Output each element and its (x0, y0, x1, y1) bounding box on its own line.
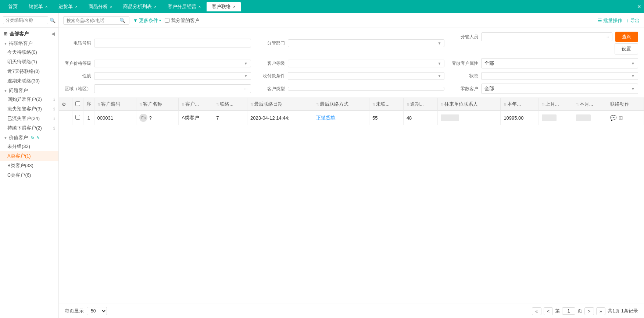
th-this-month[interactable]: ⇅本月... (573, 98, 607, 111)
page-num-input[interactable] (562, 307, 575, 315)
filter-select-status[interactable]: ▼ (481, 72, 638, 80)
filter-select-dept[interactable]: ▼ (288, 39, 445, 47)
sidebar-item-ungrouped[interactable]: 未分组(32) (0, 142, 58, 151)
sidebar-item-overdue[interactable]: 逾期未联络(30) (0, 76, 58, 86)
filter-input-phone[interactable] (94, 39, 251, 47)
tab-customer-contact[interactable]: 客户联络 × (207, 2, 240, 11)
filter-select-customer-level[interactable]: ▼ (288, 60, 445, 67)
tab-product-analysis[interactable]: 商品分析 × (83, 2, 117, 11)
sidebar-item-7days[interactable]: 近7天待联络(0) (0, 67, 58, 76)
th-last-month[interactable]: ⇅上月... (539, 98, 573, 111)
tab-purchase[interactable]: 进货单 × (53, 2, 82, 11)
sidebar-search-icon[interactable]: 🔍 (50, 18, 56, 23)
filter-select-region[interactable]: ··· (94, 84, 251, 93)
export-btn[interactable]: ↑ 导出 (627, 17, 640, 24)
sidebar-item-a-class-label: A类客户(1) (7, 153, 31, 159)
last-method-link[interactable]: 下销货单 (316, 115, 335, 120)
tab-home[interactable]: 首页 (3, 2, 23, 11)
filter-label-retail-attr: 零散客户属性 (452, 60, 478, 67)
qr-icon[interactable]: ⊞ (619, 115, 623, 121)
sidebar-item-repurchase[interactable]: 回购异常客户(2) ℹ (0, 95, 58, 104)
this-month-placeholder (576, 114, 591, 121)
th-this-year[interactable]: ⇅本年... (501, 98, 539, 111)
tab-customer-layer-label: 客户分层经营 (168, 3, 196, 10)
next-page-btn[interactable]: > (584, 307, 594, 315)
filter-select-manager[interactable]: ··· (481, 32, 612, 41)
filter-toolbar: 🔍 ▼ 更多条件 ▾ 我分管的客户 ☰ 批量操作 ↑ 导出 (59, 13, 644, 28)
my-customers-filter[interactable]: 我分管的客户 (165, 17, 200, 24)
first-page-btn[interactable]: « (532, 307, 541, 315)
settings-icon[interactable]: ⚙ (62, 102, 66, 107)
tab-customer-layer[interactable]: 客户分层经营 × (162, 2, 206, 11)
tab-customer-layer-close[interactable]: × (198, 4, 201, 9)
sidebar-item-repurchase-label: 回购异常客户(2) (7, 96, 42, 103)
sidebar-item-tomorrow[interactable]: 明天待联络(1) (0, 57, 58, 67)
sidebar-collapse-icon[interactable]: ◀ (51, 31, 55, 36)
filter-row-price-level: 客户价格等级 ▼ (65, 58, 251, 68)
region-dots: ··· (244, 86, 248, 91)
sidebar-item-today-label: 今天待联络(0) (7, 49, 37, 56)
info-icon-churn: ℹ (53, 107, 55, 112)
td-checkbox (72, 111, 83, 125)
refresh-icon[interactable]: ↻ (31, 135, 34, 140)
th-last-method[interactable]: ⇅最后联络方式 (313, 98, 369, 111)
search-icon[interactable]: 🔍 (119, 18, 125, 23)
customer-name-text[interactable]: ? (149, 115, 151, 121)
sidebar-item-c-class[interactable]: C类客户(6) (0, 170, 58, 180)
tab-sales[interactable]: 销货单 × (24, 2, 53, 11)
row-checkbox[interactable] (75, 115, 80, 120)
close-all-tabs[interactable]: × (637, 3, 641, 11)
prev-page-btn[interactable]: < (544, 307, 553, 315)
chat-icon[interactable]: 💬 (610, 115, 616, 121)
sidebar-search-input[interactable] (3, 16, 48, 24)
tab-purchase-close[interactable]: × (75, 4, 77, 9)
tab-customer-contact-close[interactable]: × (233, 4, 235, 9)
th-contact-count[interactable]: ⇅联络... (213, 98, 247, 111)
filter-select-payment[interactable]: ▼ (288, 72, 445, 80)
filter-label-nature: 性质 (65, 73, 91, 79)
sidebar-item-today[interactable]: 今天待联络(0) (0, 47, 58, 57)
tab-product-list[interactable]: 商品分析列表 × (118, 2, 161, 11)
sidebar-item-churned[interactable]: 已流失客户(24) ℹ (0, 114, 58, 123)
page-size-select[interactable]: 50 10 20 100 (87, 307, 107, 315)
select-all-checkbox[interactable] (75, 101, 80, 106)
td-this-month (573, 111, 607, 125)
my-customers-checkbox[interactable] (165, 18, 169, 23)
tab-sales-close[interactable]: × (45, 4, 47, 9)
tab-sales-label: 销货单 (29, 3, 43, 10)
filter-select-customer-type[interactable] (288, 87, 445, 91)
sidebar-item-a-class[interactable]: A类客户(1) (0, 151, 58, 161)
filter-select-price-level[interactable]: ▼ (94, 60, 251, 67)
sidebar-item-b-class[interactable]: B类客户(33) (0, 161, 58, 170)
tab-product-list-close[interactable]: × (154, 4, 156, 9)
group-problem-label: 问题客户 (9, 87, 28, 94)
info-icon-churned: ℹ (53, 116, 55, 121)
th-no-contact[interactable]: ⇅未联... (369, 98, 404, 111)
filter-select-nature[interactable]: ▼ (94, 72, 251, 80)
filter-toolbar-right: ☰ 批量操作 ↑ 导出 (598, 17, 640, 24)
th-type[interactable]: ⇅客户... (179, 98, 213, 111)
export-icon: ↑ (627, 18, 629, 23)
tab-purchase-label: 进货单 (58, 3, 73, 10)
filter-row-retail: 零散客户 全部 ▼ (452, 84, 638, 94)
batch-op-btn[interactable]: ☰ 批量操作 (598, 17, 622, 24)
search-input[interactable] (67, 18, 118, 23)
th-code[interactable]: ⇅客户编码 (94, 98, 136, 111)
settings-button[interactable]: 设置 (615, 43, 638, 54)
tab-product-analysis-close[interactable]: × (110, 4, 112, 9)
query-button[interactable]: 查询 (615, 32, 638, 42)
filter-select-retail-attr[interactable]: 全部 ▼ (481, 58, 638, 68)
sidebar-item-churn-warning[interactable]: 流失预警客户(3) ℹ (0, 104, 58, 114)
group-value-arrow: ▼ (4, 136, 7, 140)
th-overdue[interactable]: ⇅逾期... (403, 98, 437, 111)
nature-caret: ▼ (244, 74, 248, 78)
th-name[interactable]: ⇅客户名称 (136, 98, 179, 111)
page-nav: « < 第 页 > » 共1页 1条记录 (532, 307, 638, 315)
th-contact-person[interactable]: ⇅往来单位联系人 (437, 98, 501, 111)
edit-icon[interactable]: ✎ (36, 135, 40, 140)
sidebar-item-declining[interactable]: 持续下滑客户(2) ℹ (0, 123, 58, 133)
last-page-btn[interactable]: » (596, 307, 605, 315)
th-last-date[interactable]: ⇅最后联络日期 (247, 98, 313, 111)
more-conditions-btn[interactable]: ▼ 更多条件 ▾ (133, 17, 161, 24)
filter-select-retail[interactable]: 全部 ▼ (481, 84, 638, 94)
